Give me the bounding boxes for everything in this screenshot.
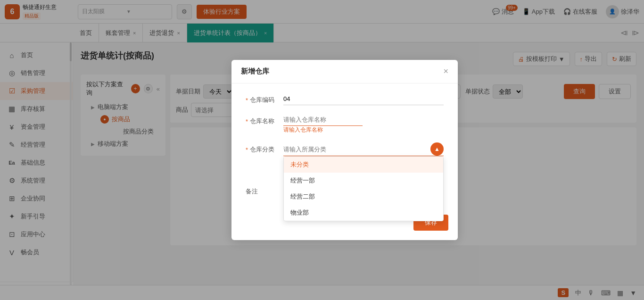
code-input[interactable] xyxy=(283,93,444,105)
category-row: * 仓库分类 ▲ 未分类 经营一部 经营二部 物业部 xyxy=(246,142,444,156)
category-input[interactable] xyxy=(283,143,430,155)
dropdown-item-ops2[interactable]: 经营二部 xyxy=(284,189,443,205)
name-label: * 仓库名称 xyxy=(246,114,283,125)
note-label: 备注 xyxy=(246,184,283,196)
category-input-row: ▲ xyxy=(283,142,444,156)
code-label: * 仓库编码 xyxy=(246,93,283,104)
modal-title: 新增仓库 xyxy=(241,67,269,76)
category-dropdown-button[interactable]: ▲ xyxy=(430,142,444,156)
modal-body: * 仓库编码 * 仓库名称 请输入仓库名称 * xyxy=(231,83,458,215)
new-warehouse-modal: 新增仓库 × * 仓库编码 * 仓库名称 请输入仓库名称 xyxy=(231,60,458,240)
modal-close-button[interactable]: × xyxy=(443,67,448,76)
dropdown-item-unclassified[interactable]: 未分类 xyxy=(284,157,443,173)
name-input-wrapper xyxy=(283,114,363,126)
dropdown-item-property[interactable]: 物业部 xyxy=(284,205,443,221)
category-dropdown-list: 未分类 经营一部 经营二部 物业部 xyxy=(283,156,444,221)
category-label: * 仓库分类 xyxy=(246,142,283,154)
modal-header: 新增仓库 × xyxy=(231,60,458,83)
name-row: * 仓库名称 请输入仓库名称 xyxy=(246,114,444,134)
name-input[interactable] xyxy=(283,114,363,126)
dropdown-item-ops1[interactable]: 经营一部 xyxy=(284,173,443,189)
name-error-msg: 请输入仓库名称 xyxy=(283,126,323,134)
code-row: * 仓库编码 xyxy=(246,93,444,105)
